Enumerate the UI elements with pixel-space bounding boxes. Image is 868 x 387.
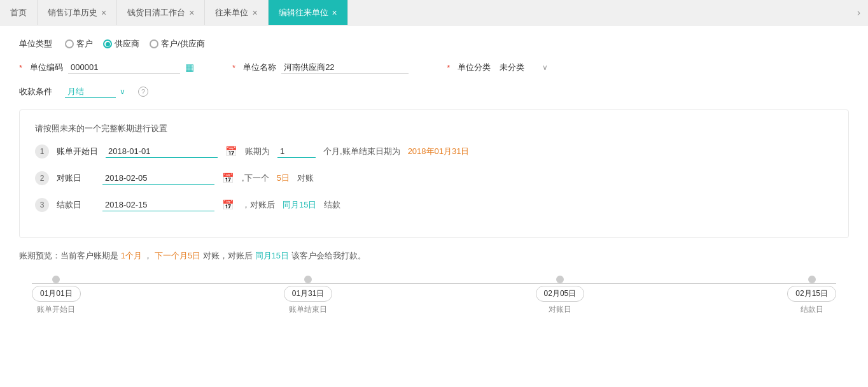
- unit-code-label: 单位编码: [30, 62, 63, 73]
- timeline-point-reconcile: 02月05日 对账日: [536, 276, 585, 315]
- step-1-note: 个月,账单结束日期为: [323, 146, 400, 157]
- close-edit-partner[interactable]: ×: [332, 8, 337, 17]
- tab-edit-partner[interactable]: 编辑往来单位 ×: [269, 0, 348, 25]
- radio-supplier[interactable]: 供应商: [103, 38, 139, 50]
- preview-suffix: 该客户会给我打款。: [291, 251, 366, 260]
- step-2-row: 2 对账日 📅 ,下一个 5日 对账: [35, 171, 833, 185]
- unit-category-group: * 单位分类 未分类 ∨: [447, 62, 548, 73]
- step-2-date[interactable]: [102, 172, 214, 185]
- unit-name-label: 单位名称: [243, 62, 276, 73]
- timeline-point-settle: 02月15日 结款日: [787, 276, 836, 315]
- tab-partner-units[interactable]: 往来单位 ×: [205, 0, 268, 25]
- timeline-point-end: 01月31日 账单结束日: [284, 276, 333, 315]
- preview-settle-day: 同月15日: [255, 251, 289, 260]
- payment-terms-select[interactable]: 月结: [65, 85, 116, 98]
- radio-customer-supplier[interactable]: 客户/供应商: [150, 38, 205, 50]
- step-1-num: 1: [35, 144, 49, 158]
- step-3-cal[interactable]: 📅: [222, 199, 234, 211]
- tab-sales-history[interactable]: 销售订单历史 ×: [38, 0, 117, 25]
- preview-next-day: 下一个月5日: [155, 251, 200, 260]
- timeline-label-start: 账单开始日: [37, 304, 75, 315]
- tab-expand-button[interactable]: ›: [850, 0, 868, 25]
- step-3-highlight: 同月15日: [283, 199, 316, 211]
- radio-supplier-circle: [103, 39, 112, 48]
- unit-details-row: * 单位编码 ▦ * 单位名称 * 单位分类 未分类 ∨: [19, 61, 849, 74]
- radio-supplier-label: 供应商: [115, 38, 139, 50]
- radio-customer-label: 客户: [76, 38, 93, 50]
- card-title: 请按照未来的一个完整帐期进行设置: [35, 123, 833, 134]
- tab-bar: 首页 销售订单历史 × 钱货日清工作台 × 往来单位 × 编辑往来单位 × ›: [0, 0, 868, 25]
- radio-customer[interactable]: 客户: [65, 38, 93, 50]
- step-1-suffix: 账期为: [245, 146, 270, 157]
- step-1-period[interactable]: [277, 145, 316, 158]
- preview-mid1: ，: [144, 251, 152, 260]
- timeline-date-reconcile: 02月05日: [536, 286, 585, 302]
- payment-terms-row: 收款条件 月结 ∨ ?: [19, 85, 849, 98]
- step-3-prefix: ，对账后: [242, 199, 275, 211]
- step-2-num: 2: [35, 171, 49, 185]
- timeline-date-start: 01月01日: [32, 286, 81, 302]
- timeline-label-reconcile: 对账日: [549, 304, 571, 315]
- timeline-points: 01月01日 账单开始日 01月31日 账单结束日 02月05日 对账日 02月…: [32, 276, 836, 315]
- step-3-row: 3 结款日 📅 ，对账后 同月15日 结款: [35, 198, 833, 212]
- unit-type-label: 单位类型: [19, 38, 52, 50]
- radio-customer-circle: [65, 39, 74, 48]
- unit-category-label: 单位分类: [458, 62, 491, 73]
- close-sales-history[interactable]: ×: [101, 8, 106, 17]
- radio-customer-supplier-circle: [150, 39, 158, 48]
- payment-terms-wrapper: 月结 ∨: [65, 85, 125, 98]
- close-partner-units[interactable]: ×: [252, 8, 257, 17]
- close-cash-reconciliation[interactable]: ×: [189, 8, 194, 17]
- tab-home[interactable]: 首页: [0, 0, 38, 25]
- step-3-date[interactable]: [102, 199, 214, 211]
- timeline-dot-end: [304, 276, 312, 283]
- unit-name-input[interactable]: [281, 61, 409, 74]
- step-1-date[interactable]: [106, 145, 218, 158]
- step-1-label: 账单开始日: [57, 146, 98, 157]
- step-3-num: 3: [35, 198, 49, 212]
- step-2-prefix: ,下一个: [242, 172, 269, 184]
- step-3-rest: 结款: [324, 199, 340, 211]
- timeline-date-settle: 02月15日: [787, 286, 836, 302]
- timeline-date-end: 01月31日: [284, 286, 333, 302]
- settings-card: 请按照未来的一个完整帐期进行设置 1 账单开始日 📅 账期为 个月,账单结束日期…: [19, 109, 849, 238]
- preview-prefix: 账期预览：当前客户账期是: [19, 251, 118, 260]
- unit-category-arrow[interactable]: ∨: [542, 63, 548, 72]
- unit-category-value: 未分类: [500, 62, 524, 73]
- unit-name-group: * 单位名称: [232, 61, 409, 74]
- preview-text: 账期预览：当前客户账期是 1个月 ， 下一个月5日 对账，对账后 同月15日 该…: [19, 248, 849, 263]
- step-1-row: 1 账单开始日 📅 账期为 个月,账单结束日期为 2018年01月31日: [35, 144, 833, 158]
- main-content: 单位类型 客户 供应商 客户/供应商 * 单位编码 ▦ * 单位名称: [0, 25, 868, 387]
- timeline-dot-settle: [808, 276, 816, 283]
- unit-code-input[interactable]: [68, 61, 180, 74]
- help-icon[interactable]: ?: [138, 87, 148, 97]
- radio-customer-supplier-label: 客户/供应商: [161, 38, 205, 50]
- payment-terms-arrow: ∨: [120, 87, 125, 96]
- timeline-point-start: 01月01日 账单开始日: [32, 276, 81, 315]
- payment-terms-label: 收款条件: [19, 86, 52, 97]
- unit-code-icon[interactable]: ▦: [185, 62, 194, 73]
- step-2-cal[interactable]: 📅: [222, 172, 234, 184]
- tab-cash-reconciliation[interactable]: 钱货日清工作台 ×: [117, 0, 205, 25]
- timeline-dot-start: [52, 276, 60, 283]
- step-2-label: 对账日: [57, 172, 95, 184]
- unit-code-group: * 单位编码 ▦: [19, 61, 194, 74]
- unit-type-radio-group: 客户 供应商 客户/供应商: [65, 38, 205, 50]
- step-2-highlight: 5日: [277, 172, 290, 184]
- step-3-label: 结款日: [57, 199, 95, 211]
- timeline-dot-reconcile: [556, 276, 564, 283]
- step-1-end-date: 2018年01月31日: [408, 146, 470, 157]
- step-1-cal[interactable]: 📅: [225, 146, 237, 157]
- timeline-container: 01月01日 账单开始日 01月31日 账单结束日 02月05日 对账日 02月…: [19, 276, 849, 341]
- timeline-label-settle: 结款日: [801, 304, 823, 315]
- preview-mid2: 对账，对账后: [203, 251, 253, 260]
- timeline-label-end: 账单结束日: [289, 304, 327, 315]
- unit-type-row: 单位类型 客户 供应商 客户/供应商: [19, 38, 849, 50]
- preview-period: 1个月: [121, 251, 142, 260]
- step-2-rest: 对账: [297, 172, 314, 184]
